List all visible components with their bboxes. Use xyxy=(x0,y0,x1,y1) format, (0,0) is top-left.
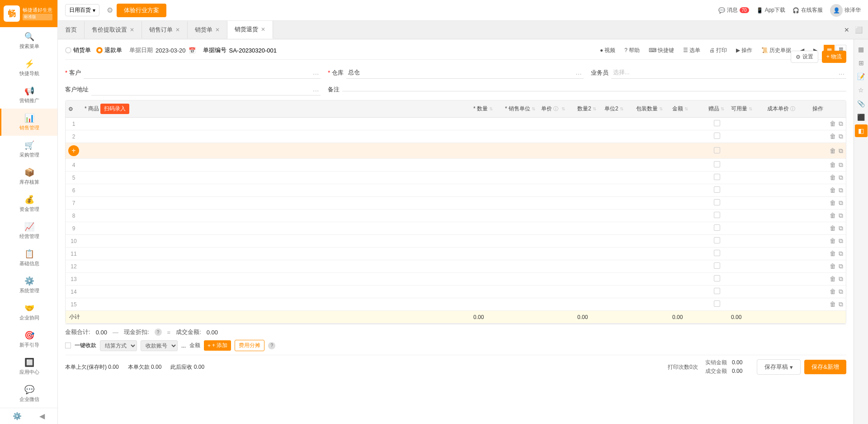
copy-icon[interactable]: ⧉ xyxy=(839,224,843,232)
sidebar-item-operation[interactable]: 📈 经营管理 xyxy=(0,217,57,244)
avail-cell[interactable] xyxy=(728,298,764,311)
price-cell[interactable] xyxy=(538,143,575,159)
pack-cell[interactable] xyxy=(633,172,670,184)
pack-cell[interactable] xyxy=(633,273,670,286)
price-cell[interactable] xyxy=(538,298,575,311)
goods-cell[interactable] xyxy=(82,210,471,222)
pack-cell[interactable] xyxy=(633,197,670,210)
goods-cell[interactable] xyxy=(82,286,471,298)
delete-icon[interactable]: 🗑 xyxy=(830,120,836,128)
right-tool-star[interactable]: ☆ xyxy=(855,84,868,96)
unit-cell[interactable] xyxy=(502,130,538,143)
sidebar-item-newbie[interactable]: 🎯 新手引导 xyxy=(0,326,57,353)
amount-cell[interactable] xyxy=(670,235,706,248)
pack-cell[interactable] xyxy=(633,210,670,222)
cost-cell[interactable] xyxy=(764,143,810,159)
gift-checkbox[interactable] xyxy=(714,174,720,180)
unit-cell[interactable] xyxy=(502,286,538,298)
delete-icon[interactable]: 🗑 xyxy=(830,161,836,169)
copy-icon[interactable]: ⧉ xyxy=(839,212,843,219)
goods-cell[interactable] xyxy=(82,248,471,260)
delete-icon[interactable]: 🗑 xyxy=(830,275,836,283)
cash-discount-help[interactable]: ? xyxy=(155,329,162,336)
avail-cell[interactable] xyxy=(728,118,764,130)
amount-cell[interactable] xyxy=(670,159,706,172)
cost-cell[interactable] xyxy=(764,118,810,130)
qty2-cell[interactable] xyxy=(575,172,602,184)
amount-cell[interactable] xyxy=(670,248,706,260)
cost-cell[interactable] xyxy=(764,197,810,210)
gift-cell[interactable] xyxy=(706,130,728,143)
cost-info-icon[interactable]: ⓘ xyxy=(790,106,795,111)
unit-cell[interactable] xyxy=(502,197,538,210)
qty2-cell[interactable] xyxy=(575,298,602,311)
gift-checkbox[interactable] xyxy=(714,275,720,281)
tab-price-setting[interactable]: 售价提取设置 ✕ xyxy=(85,21,142,38)
avail-cell[interactable] xyxy=(728,184,764,197)
unit-cell[interactable] xyxy=(502,172,538,184)
qty2-cell[interactable] xyxy=(575,197,602,210)
address-input[interactable]: ... xyxy=(91,83,321,95)
pack-cell[interactable] xyxy=(633,286,670,298)
message-btn[interactable]: 💬 消息 70 xyxy=(718,6,749,14)
sidebar-settings-btn[interactable]: ⚙️ xyxy=(13,412,22,420)
qty2-cell[interactable] xyxy=(575,273,602,286)
sidebar-item-apps[interactable]: 🔲 应用中心 xyxy=(0,353,57,380)
tab-home[interactable]: 首页 xyxy=(58,21,85,38)
pack-cell[interactable] xyxy=(633,235,670,248)
copy-icon[interactable]: ⧉ xyxy=(839,199,843,207)
cost-cell[interactable] xyxy=(764,159,810,172)
delete-icon[interactable]: 🗑 xyxy=(830,133,836,140)
customer-dots[interactable]: ... xyxy=(313,68,319,76)
cost-cell[interactable] xyxy=(764,260,810,273)
gift-checkbox[interactable] xyxy=(714,212,720,218)
goods-cell[interactable] xyxy=(82,235,471,248)
price-cell[interactable] xyxy=(538,118,575,130)
copy-icon[interactable]: ⧉ xyxy=(839,300,843,308)
gift-cell[interactable] xyxy=(706,184,728,197)
th-avail[interactable]: 可用量 xyxy=(728,100,764,118)
account-select[interactable]: 收款账号 xyxy=(141,340,178,351)
qty2-cell[interactable] xyxy=(575,286,602,298)
tab-sales-order[interactable]: 销售订单 ✕ xyxy=(142,21,188,38)
goods-cell[interactable] xyxy=(82,118,471,130)
tab-close-sales-delivery[interactable]: ✕ xyxy=(215,27,220,33)
amount-cell[interactable] xyxy=(670,118,706,130)
gift-checkbox[interactable] xyxy=(714,237,720,243)
delete-icon[interactable]: 🗑 xyxy=(830,300,836,308)
th-pack[interactable]: 包装数量 xyxy=(633,100,670,118)
th-gift[interactable]: 赠品 xyxy=(706,100,728,118)
gift-cell[interactable] xyxy=(706,159,728,172)
pack-cell[interactable] xyxy=(633,222,670,235)
cost-cell[interactable] xyxy=(764,248,810,260)
qty-cell[interactable] xyxy=(471,130,502,143)
add-payment-btn[interactable]: + + 添加 xyxy=(204,340,231,351)
qty-cell[interactable] xyxy=(471,118,502,130)
goods-cell[interactable] xyxy=(82,298,471,311)
qty2-cell[interactable] xyxy=(575,235,602,248)
gift-checkbox[interactable] xyxy=(714,288,720,294)
gift-cell[interactable] xyxy=(706,172,728,184)
unit2-cell[interactable] xyxy=(602,248,633,260)
unit-cell[interactable] xyxy=(502,235,538,248)
qty-cell[interactable] xyxy=(471,210,502,222)
avail-cell[interactable] xyxy=(728,210,764,222)
experience-btn[interactable]: 体验行业方案 xyxy=(117,4,166,17)
customer-input[interactable]: ... xyxy=(84,67,321,79)
qty-cell[interactable] xyxy=(471,298,502,311)
th-unit2[interactable]: 单位2 xyxy=(602,100,633,118)
copy-icon[interactable]: ⧉ xyxy=(839,147,843,155)
pack-cell[interactable] xyxy=(633,298,670,311)
unit2-cell[interactable] xyxy=(602,260,633,273)
sidebar-item-purchase[interactable]: 🛒 采购管理 xyxy=(0,136,57,163)
qty-cell[interactable] xyxy=(471,260,502,273)
right-tool-table2[interactable]: ⊞ xyxy=(855,57,868,69)
copy-icon[interactable]: ⧉ xyxy=(839,237,843,245)
right-tool-scan[interactable]: ⬛ xyxy=(855,111,868,124)
qty2-cell[interactable] xyxy=(575,143,602,159)
sidebar-item-marketing[interactable]: 📢 营销推广 xyxy=(0,81,57,109)
unit2-cell[interactable] xyxy=(602,118,633,130)
copy-icon[interactable]: ⧉ xyxy=(839,120,843,128)
goods-cell[interactable] xyxy=(82,159,471,172)
qty2-cell[interactable] xyxy=(575,260,602,273)
